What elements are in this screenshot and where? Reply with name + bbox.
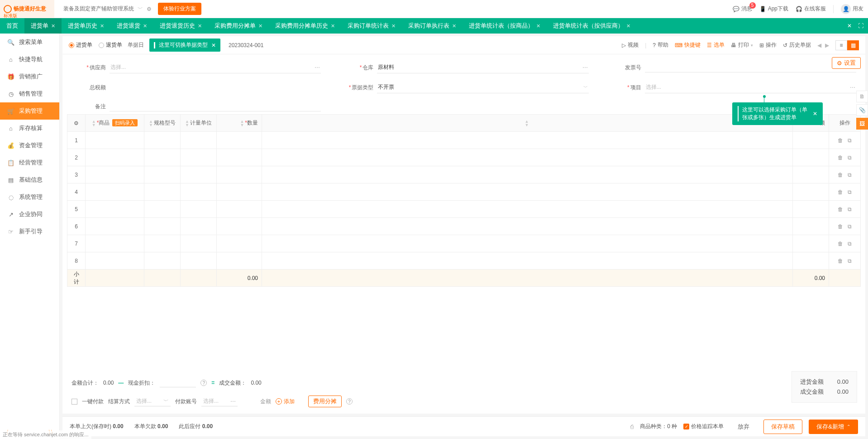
app-download-link[interactable]: 📱 App下载	[759, 5, 788, 13]
tab-采购费用分摊单历史[interactable]: 采购费用分摊单历史✕	[269, 18, 341, 34]
cash-discount-input[interactable]	[160, 378, 196, 387]
cell-unit[interactable]	[181, 235, 217, 252]
tab-进货单历史[interactable]: 进货单历史✕	[62, 18, 110, 34]
discard-button[interactable]: 放弃	[730, 420, 757, 434]
close-all-tabs-icon[interactable]: ✕	[847, 23, 852, 29]
col-spec[interactable]: ▲▼规格型号	[144, 115, 181, 132]
sidebar-item-快捷导航[interactable]: ⌂快捷导航	[0, 51, 59, 68]
support-link[interactable]: 🎧 在线客服	[796, 5, 826, 13]
tab-进货退货[interactable]: 进货退货✕	[110, 18, 153, 34]
cell-unit[interactable]	[181, 149, 217, 166]
cell-product[interactable]	[86, 235, 144, 252]
cell-qty[interactable]	[217, 235, 262, 252]
table-row[interactable]: 2🗑⧉	[67, 149, 861, 166]
cell-product[interactable]	[86, 149, 144, 166]
copy-row-icon[interactable]: ⧉	[848, 206, 852, 212]
history-link[interactable]: ↺历史单据	[783, 41, 811, 49]
video-link[interactable]: ▷视频	[622, 41, 639, 49]
cell-amount[interactable]	[793, 218, 829, 235]
tab-进货单统计表（按供应商）[interactable]: 进货单统计表（按供应商）✕	[547, 18, 637, 34]
sidebar-item-库存核算[interactable]: ⌂库存核算	[0, 120, 59, 137]
cell-qty[interactable]	[217, 183, 262, 201]
table-row[interactable]: 1🗑⧉	[67, 132, 861, 149]
cell-amount[interactable]	[793, 235, 829, 252]
copy-row-icon[interactable]: ⧉	[848, 241, 852, 247]
cell-unit[interactable]	[181, 252, 217, 270]
shortcut-link[interactable]: ⌨快捷键	[675, 41, 701, 49]
copy-row-icon[interactable]: ⧉	[848, 223, 852, 230]
tab-close-icon[interactable]: ✕	[100, 23, 104, 29]
view-list-icon[interactable]: ≡	[835, 40, 847, 50]
select-bill-link[interactable]: ☰选单	[707, 41, 725, 49]
cell-qty[interactable]	[217, 166, 262, 183]
delete-row-icon[interactable]: 🗑	[838, 241, 843, 247]
table-row[interactable]: 8🗑⧉	[67, 252, 861, 270]
sidebar-item-营销推广[interactable]: 🎁营销推广	[0, 68, 59, 85]
messages-link[interactable]: 💬 消息 5	[733, 5, 752, 13]
cell-unit[interactable]	[181, 132, 217, 149]
pay-account-select[interactable]: 选择...⋯	[201, 396, 238, 406]
col-product[interactable]: ▲▼*商品扫码录入	[86, 115, 144, 132]
trial-industry-button[interactable]: 体验行业方案	[158, 3, 201, 15]
cell-qty[interactable]	[217, 149, 262, 166]
cell-product[interactable]	[86, 252, 144, 270]
view-detail-icon[interactable]: ▦	[847, 40, 859, 50]
cell-blank[interactable]	[262, 183, 793, 201]
print-link[interactable]: 🖶打印▾	[731, 41, 753, 49]
table-row[interactable]: 5🗑⧉	[67, 201, 861, 218]
cell-blank[interactable]	[262, 218, 793, 235]
warehouse-input[interactable]: 原材料⋯	[377, 62, 588, 73]
cell-amount[interactable]	[793, 201, 829, 218]
sidebar-item-新手引导[interactable]: ☞新手引导	[0, 223, 59, 240]
rail-attach-icon[interactable]: 📎	[856, 104, 868, 116]
cell-blank[interactable]	[262, 201, 793, 218]
price-track-checkbox[interactable]: ✓	[683, 424, 689, 429]
table-row[interactable]: 4🗑⧉	[67, 183, 861, 201]
tab-采购费用分摊单[interactable]: 采购费用分摊单✕	[208, 18, 269, 34]
tab-进货退货历史[interactable]: 进货退货历史✕	[153, 18, 208, 34]
cell-spec[interactable]	[144, 166, 181, 183]
sidebar-item-搜索菜单[interactable]: 🔍搜索菜单	[0, 34, 59, 51]
operate-link[interactable]: ⊞操作	[759, 41, 777, 49]
cell-blank[interactable]	[262, 132, 793, 149]
col-gear[interactable]: ⚙	[67, 115, 86, 132]
bill-type-select[interactable]: 不开票﹀	[377, 82, 588, 93]
tab-close-icon[interactable]: ✕	[536, 23, 540, 29]
radio-purchase-in[interactable]: 进货单	[69, 41, 92, 49]
cell-product[interactable]	[86, 218, 144, 235]
tab-进货单[interactable]: 进货单✕	[24, 18, 62, 34]
table-row[interactable]: 7🗑⧉	[67, 235, 861, 252]
help-link[interactable]: ?帮助	[653, 41, 668, 49]
prev-icon[interactable]: ◀	[817, 42, 821, 48]
sidebar-item-采购管理[interactable]: 🛒采购管理	[0, 102, 59, 120]
delete-row-icon[interactable]: 🗑	[838, 223, 843, 230]
form-settings-button[interactable]: ⚙设置	[832, 57, 861, 69]
radio-return[interactable]: 退货单	[99, 41, 122, 49]
cell-amount[interactable]	[793, 132, 829, 149]
table-row[interactable]: 3🗑⧉	[67, 166, 861, 183]
col-unit[interactable]: ▲▼计量单位	[181, 115, 217, 132]
cell-unit[interactable]	[181, 201, 217, 218]
tab-close-icon[interactable]: ✕	[143, 23, 147, 29]
cell-spec[interactable]	[144, 252, 181, 270]
delete-row-icon[interactable]: 🗑	[838, 137, 843, 144]
sidebar-item-销售管理[interactable]: ◷销售管理	[0, 85, 59, 102]
hint-close-icon[interactable]: ✕	[211, 42, 216, 48]
cell-blank[interactable]	[262, 149, 793, 166]
one-click-pay-checkbox[interactable]	[72, 399, 77, 405]
cell-amount[interactable]	[793, 166, 829, 183]
tab-采购订单统计表[interactable]: 采购订单统计表✕	[341, 18, 402, 34]
delete-row-icon[interactable]: 🗑	[838, 154, 843, 161]
fullscreen-icon[interactable]: ⛶	[858, 23, 863, 29]
remark-input[interactable]	[110, 101, 321, 111]
system-selector[interactable]: 装备及固定资产辅助管理系统 ﹀ ⚙	[63, 5, 152, 13]
cell-product[interactable]	[86, 201, 144, 218]
cell-qty[interactable]	[217, 132, 262, 149]
help-icon[interactable]: ?	[200, 380, 207, 386]
hint2-close-icon[interactable]: ✕	[813, 111, 817, 117]
help-icon[interactable]: ?	[346, 398, 353, 405]
supplier-input[interactable]: 选择...⋯	[110, 62, 321, 73]
copy-row-icon[interactable]: ⧉	[848, 154, 852, 161]
fee-split-button[interactable]: 费用分摊	[308, 396, 342, 407]
tab-close-icon[interactable]: ✕	[391, 23, 396, 29]
